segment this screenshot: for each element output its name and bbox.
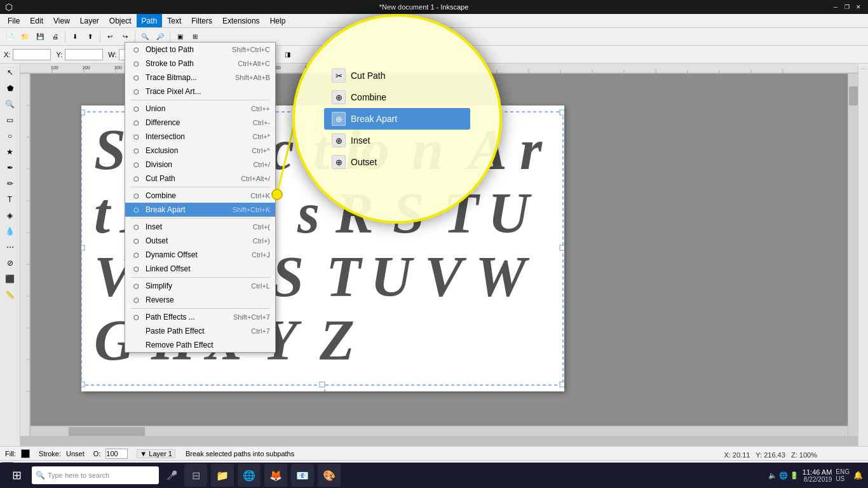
taskbar-search[interactable]: 🔍 Type here to search <box>32 466 159 484</box>
menu-path[interactable]: Path <box>137 14 163 27</box>
menu-item-outset[interactable]: ⬡ Outset Ctrl+) <box>125 234 275 248</box>
menu-edit[interactable]: Edit <box>25 14 48 27</box>
y-input[interactable] <box>65 49 103 60</box>
scrollbar-horizontal[interactable] <box>31 426 848 436</box>
notifications-button[interactable]: 🔔 <box>853 471 863 480</box>
select-tool[interactable]: ↖ <box>3 65 18 80</box>
toolbox: ↖ ⬟ 🔍 ▭ ○ ★ ✒ ✏ T ◈ 💧 ⋯ ⊘ ⬛ 📏 <box>0 64 20 446</box>
menu-item-dynamic-offset[interactable]: ⬡ Dynamic Offset Ctrl+J <box>125 248 275 262</box>
x-input[interactable]: 49.606 <box>13 49 51 60</box>
new-button[interactable]: 📄 <box>3 30 17 44</box>
taskbar-app-taskview[interactable]: ⊟ <box>184 464 207 487</box>
menu-item-object-to-path[interactable]: ⬡ Object to Path Shift+Ctrl+C <box>125 43 275 57</box>
undo-button[interactable]: ↩ <box>103 30 117 44</box>
menu-item-inset[interactable]: ⬡ Inset Ctrl+( <box>125 220 275 234</box>
zoom-tool[interactable]: 🔍 <box>3 97 18 112</box>
menu-sep-4 <box>130 277 270 278</box>
menu-extensions[interactable]: Extensions <box>217 14 265 27</box>
menu-item-remove-path-effect[interactable]: ⬡ Remove Path Effect <box>125 338 275 352</box>
tooltip-combine[interactable]: ⊕ Combine <box>324 86 470 108</box>
tooltip-combine-label: Combine <box>351 92 386 102</box>
menu-item-difference[interactable]: ⬡ Difference Ctrl+- <box>125 116 275 130</box>
simplify-icon: ⬡ <box>130 280 142 292</box>
menu-item-path-effects[interactable]: ⬡ Path Effects ... Shift+Ctrl+7 <box>125 310 275 324</box>
export-button[interactable]: ⬆ <box>83 30 97 44</box>
w-label: W: <box>108 51 116 58</box>
object-to-path-icon: ⬡ <box>130 44 142 55</box>
taskbar-app-firefox[interactable]: 🦊 <box>264 464 287 487</box>
menu-view[interactable]: View <box>48 14 75 27</box>
tooltip-break-apart-label: Break Apart <box>351 114 397 124</box>
menu-item-cut-path[interactable]: ⬡ Cut Path Ctrl+Alt+/ <box>125 172 275 186</box>
pencil-tool[interactable]: ✏ <box>3 176 18 191</box>
menu-item-division[interactable]: ⬡ Division Ctrl+/ <box>125 158 275 172</box>
sep1 <box>65 31 65 43</box>
gradient-tool[interactable]: ◈ <box>3 208 18 223</box>
menu-sep-2 <box>130 187 270 187</box>
circle-tool[interactable]: ○ <box>3 128 18 144</box>
fill-tool[interactable]: ⬛ <box>3 271 18 287</box>
taskbar-app-edge[interactable]: 🌐 <box>238 464 261 487</box>
menu-item-trace-bitmap[interactable]: ⬡ Trace Bitmap... Shift+Alt+B <box>125 71 275 85</box>
menu-item-trace-pixel[interactable]: ⬡ Trace Pixel Art... <box>125 85 275 98</box>
menu-item-combine[interactable]: ⬡ Combine Ctrl+K <box>125 189 275 203</box>
dropper-tool[interactable]: 💧 <box>3 224 18 239</box>
menu-item-union[interactable]: ⬡ Union Ctrl++ <box>125 102 275 116</box>
pen-tool[interactable]: ✒ <box>3 160 18 175</box>
measure-tool[interactable]: 📏 <box>3 287 18 302</box>
stroke-to-path-icon: ⬡ <box>130 58 142 69</box>
menu-file[interactable]: File <box>3 14 25 27</box>
minimize-button[interactable]: ─ <box>831 3 840 11</box>
menu-sep-1 <box>130 100 270 100</box>
taskbar-app-explorer[interactable]: 📁 <box>211 464 234 487</box>
menu-item-break-apart[interactable]: ⬡ Break Apart Shift+Ctrl+K <box>125 203 275 217</box>
open-button[interactable]: 📁 <box>18 30 32 44</box>
cut-path-icon: ⬡ <box>130 173 142 184</box>
opacity-label: O: <box>93 450 101 458</box>
start-button[interactable]: ⊞ <box>5 464 28 487</box>
menu-sep-3 <box>130 218 270 219</box>
spray-tool[interactable]: ⋯ <box>3 240 18 255</box>
menu-item-stroke-to-path[interactable]: ⬡ Stroke to Path Ctrl+Alt+C <box>125 57 275 71</box>
taskbar: ⊞ 🔍 Type here to search 🎤 ⊟ 📁 🌐 🦊 📧 🎨 🔈 … <box>0 463 868 488</box>
menu-item-linked-offset[interactable]: ⬡ Linked Offset <box>125 262 275 276</box>
svg-text:U: U <box>370 245 414 308</box>
tooltip-break-apart-icon: ⊕ <box>332 112 346 126</box>
scrollbar-vertical[interactable] <box>848 74 858 436</box>
break-apart-icon: ⬡ <box>130 204 142 215</box>
close-button[interactable]: ✕ <box>854 3 863 11</box>
menu-layer[interactable]: Layer <box>75 14 104 27</box>
clock-date: 8/22/2019 <box>804 476 832 483</box>
svg-text:r: r <box>520 118 543 181</box>
node-tool[interactable]: ⬟ <box>3 81 18 96</box>
save-button[interactable]: 💾 <box>33 30 47 44</box>
menu-filters[interactable]: Filters <box>186 14 217 27</box>
taskbar-voice-button[interactable]: 🎤 <box>163 466 180 484</box>
tooltip-break-apart[interactable]: ⊕ Break Apart <box>324 108 470 130</box>
align-right-button[interactable]: ◨ <box>280 48 294 62</box>
star-tool[interactable]: ★ <box>3 144 18 159</box>
print-button[interactable]: 🖨 <box>48 30 62 44</box>
rect-tool[interactable]: ▭ <box>3 112 18 128</box>
eraser-tool[interactable]: ⊘ <box>3 255 18 271</box>
fill-swatch <box>21 449 30 458</box>
status-message: Break selected paths into subpaths <box>186 450 294 458</box>
opacity-input[interactable] <box>105 449 128 459</box>
menu-help[interactable]: Help <box>265 14 291 27</box>
text-tool[interactable]: T <box>3 192 18 207</box>
taskbar-app-email[interactable]: 📧 <box>291 464 314 487</box>
menu-item-simplify[interactable]: ⬡ Simplify Ctrl+L <box>125 279 275 293</box>
tooltip-inset[interactable]: ⊕ Inset <box>324 130 470 151</box>
maximize-button[interactable]: ❐ <box>843 3 851 11</box>
menu-item-exclusion[interactable]: ⬡ Exclusion Ctrl+^ <box>125 144 275 158</box>
tooltip-outset[interactable]: ⊕ Outset <box>324 151 470 173</box>
menu-text[interactable]: Text <box>162 14 186 27</box>
menu-object[interactable]: Object <box>104 14 137 27</box>
svg-text:V: V <box>424 245 467 308</box>
taskbar-app-inkscape[interactable]: 🎨 <box>318 464 341 487</box>
menu-item-intersection[interactable]: ⬡ Intersection Ctrl+* <box>125 130 275 144</box>
import-button[interactable]: ⬇ <box>68 30 82 44</box>
tooltip-cut-path[interactable]: ✂ Cut Path <box>324 65 470 86</box>
menu-item-paste-path-effect[interactable]: ⬡ Paste Path Effect Ctrl+7 <box>125 324 275 338</box>
menu-item-reverse[interactable]: ⬡ Reverse <box>125 293 275 307</box>
